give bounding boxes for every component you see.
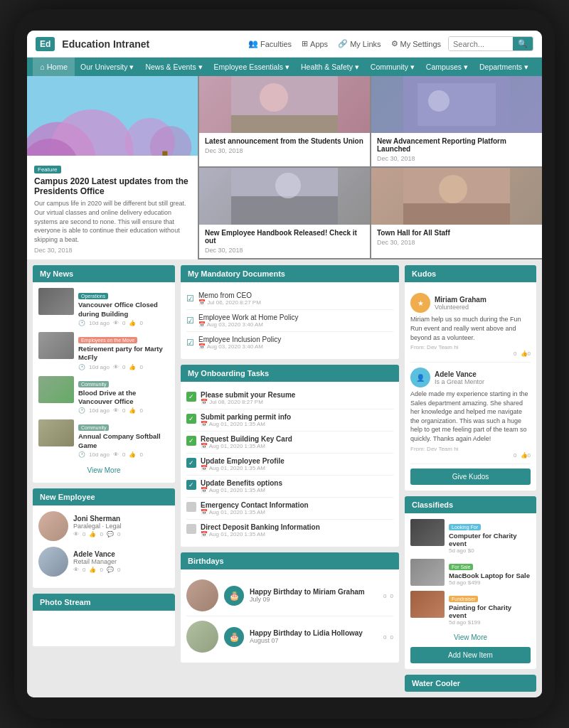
- classifieds-header: Classifieds: [405, 496, 536, 513]
- classifieds-view-more[interactable]: View More: [410, 631, 531, 644]
- news-events-nav[interactable]: News & Events ▾: [139, 58, 208, 76]
- classified-title-1: Computer for Charity event: [449, 532, 531, 547]
- left-column: My News Operations Vancouver Office Clos…: [33, 265, 175, 691]
- employee-name-2: Adele Vance: [73, 550, 169, 558]
- apps-nav[interactable]: ⊞ Apps: [302, 39, 328, 48]
- home-nav-item[interactable]: ⌂ Home: [33, 58, 75, 76]
- svg-point-22: [439, 175, 467, 203]
- kudos-avatar-1: ★: [410, 293, 430, 313]
- news-stats-3: 🕐 10d ago 👁 0 👍 0: [78, 407, 169, 414]
- employee-item-2[interactable]: Adele Vance Retail Manager 👁0👍0💬0: [38, 547, 169, 577]
- news-stats-4: 🕐 10d ago 👁 0 👍 0: [78, 451, 169, 458]
- departments-nav[interactable]: Departments ▾: [474, 58, 534, 76]
- community-nav[interactable]: Community ▾: [365, 58, 420, 76]
- classified-thumb-2: [410, 559, 445, 586]
- hero-card-1[interactable]: Latest announcement from the Students Un…: [199, 76, 370, 166]
- bday-item-2[interactable]: 🎂 Happy Birthday to Lidia Holloway Augus…: [186, 616, 393, 657]
- hero-main-content: Feature Campus 2020 Latest updates from …: [27, 156, 198, 259]
- onboarding-body: ✓ Please submit your Resume 📅 Jul 08, 20…: [181, 382, 399, 547]
- employee-role-2: Retail Manager: [73, 558, 169, 565]
- classified-item-1[interactable]: Looking For Computer for Charity event 5…: [410, 519, 531, 554]
- svg-point-19: [275, 173, 301, 198]
- add-item-button[interactable]: Add New Item: [410, 647, 531, 663]
- news-thumb-1: [38, 288, 74, 315]
- hero-card-3[interactable]: New Employee Handbook Released! Check it…: [199, 168, 370, 258]
- task-item-7[interactable]: Direct Deposit Banking Information 📅 Aug…: [186, 520, 393, 541]
- employee-item-1[interactable]: Joni Sherman Paralegal · Legal 👁0👍0💬0: [38, 511, 169, 541]
- employee-avatar-1: [38, 511, 68, 541]
- hero-main-date: Dec 30, 2018: [34, 247, 191, 254]
- new-employee-body: Joni Sherman Paralegal · Legal 👁0👍0💬0 Ad…: [33, 505, 175, 588]
- health-safety-nav[interactable]: Health & Safety ▾: [295, 58, 365, 76]
- classified-badge-2: For Sale: [449, 564, 473, 570]
- kudos-from-1: From: Dev Team hi: [410, 344, 531, 350]
- news-thumb-4: [38, 419, 74, 446]
- classified-item-2[interactable]: For Sale MacBook Laptop for Sale 5d ago …: [410, 559, 531, 586]
- task-date-3: 📅 Aug 01, 2020 1:35 AM: [201, 443, 292, 449]
- doc-date-3: 📅 Aug 03, 2020 3:40 AM: [198, 343, 281, 350]
- task-check-2: ✓: [186, 414, 196, 424]
- kudos-avatar-2: 👤: [410, 368, 430, 387]
- search-button[interactable]: 🔍: [513, 37, 533, 50]
- doc-title-3: Employee Inclusion Policy: [198, 336, 281, 343]
- water-cooler-header: Water Cooler: [405, 675, 536, 692]
- news-item-2[interactable]: Employees on the Move Retirement party f…: [38, 332, 169, 370]
- news-cat-2: Employees on the Move: [78, 337, 137, 343]
- main-content: My News Operations Vancouver Office Clos…: [27, 259, 542, 697]
- news-item-1[interactable]: Operations Vancouver Office Closed durin…: [38, 288, 169, 326]
- search-input[interactable]: [449, 37, 513, 50]
- doc-title-1: Memo from CEO: [198, 291, 261, 299]
- classified-item-3[interactable]: Fundraiser Painting for Charity event 5d…: [410, 591, 531, 626]
- kudos-role-1: Volunteered: [435, 304, 486, 311]
- doc-item-1[interactable]: ☑ Memo from CEO 📅 Jul 06, 2020 8:27 PM: [186, 288, 393, 310]
- water-cooler-widget: Water Cooler: [405, 675, 536, 692]
- task-date-1: 📅 Jul 08, 2020 8:27 PM: [201, 399, 295, 405]
- task-title-5: Update Benefits options: [201, 479, 282, 487]
- bday-item-1[interactable]: 🎂 Happy Birthday to Miriam Graham July 0…: [186, 575, 393, 616]
- news-item-3[interactable]: Community Blood Drive at the Vancouver O…: [38, 376, 169, 414]
- news-meta-2: Employees on the Move Retirement party f…: [78, 332, 169, 370]
- task-info-5: Update Benefits options 📅 Aug 01, 2020 1…: [201, 479, 282, 493]
- task-info-2: Submit parking permit info 📅 Aug 01, 202…: [201, 413, 291, 427]
- doc-item-2[interactable]: ☑ Employee Work at Home Policy 📅 Aug 03,…: [186, 310, 393, 332]
- give-kudos-button[interactable]: Give Kudos: [410, 469, 531, 485]
- faculties-nav[interactable]: 👥 Faculties: [248, 39, 292, 48]
- home-icon: ⌂: [40, 63, 45, 71]
- task-item-5[interactable]: ✓ Update Benefits options 📅 Aug 01, 2020…: [186, 476, 393, 498]
- classified-stats-1: 5d ago $0: [449, 547, 531, 554]
- news-view-more[interactable]: View More: [38, 464, 169, 477]
- birthdays-widget: Birthdays 🎂 Happy Birthday to Miriam Gra…: [181, 552, 399, 663]
- mylinks-nav[interactable]: 🔗 My Links: [338, 39, 381, 48]
- task-item-4[interactable]: ✓ Update Employee Profile 📅 Aug 01, 2020…: [186, 454, 393, 476]
- task-item-1[interactable]: ✓ Please submit your Resume 📅 Jul 08, 20…: [186, 387, 393, 410]
- kudos-header: Kudos: [405, 265, 536, 282]
- hero-card-4-image: [371, 168, 542, 225]
- kudos-stats-1: 0👍0: [410, 350, 531, 357]
- hero-card-2-image: [371, 76, 542, 133]
- photo-stream-header: Photo Stream: [33, 594, 175, 611]
- site-title: Education Intranet: [62, 38, 241, 50]
- bday-date-1: July 09: [250, 596, 365, 603]
- employee-info-2: Adele Vance Retail Manager 👁0👍0💬0: [73, 550, 169, 573]
- campuses-nav[interactable]: Campuses ▾: [420, 58, 474, 76]
- kudos-stats-2: 0👍0: [410, 452, 531, 459]
- doc-info-3: Employee Inclusion Policy 📅 Aug 03, 2020…: [198, 336, 281, 350]
- task-title-6: Emergency Contact Information: [201, 501, 309, 509]
- employee-essentials-nav[interactable]: Employee Essentials ▾: [208, 58, 295, 76]
- doc-item-3[interactable]: ☑ Employee Inclusion Policy 📅 Aug 03, 20…: [186, 332, 393, 353]
- our-university-nav[interactable]: Our University ▾: [75, 58, 139, 76]
- task-item-6[interactable]: Emergency Contact Information 📅 Aug 01, …: [186, 498, 393, 520]
- settings-nav[interactable]: ⚙ My Settings: [391, 39, 441, 48]
- task-item-3[interactable]: ✓ Request Building Key Card 📅 Aug 01, 20…: [186, 432, 393, 454]
- clock-icon-1: 🕐: [78, 320, 85, 326]
- hero-card-4[interactable]: Town Hall for All Staff Dec 30, 2018: [371, 168, 542, 258]
- hero-card-4-content: Town Hall for All Staff Dec 30, 2018: [371, 225, 542, 250]
- task-item-2[interactable]: ✓ Submit parking permit info 📅 Aug 01, 2…: [186, 410, 393, 432]
- hero-card-4-title: Town Hall for All Staff: [377, 229, 536, 237]
- hero-card-2[interactable]: New Advancement Reporting Platform Launc…: [371, 76, 542, 166]
- news-item-4[interactable]: Community Annual Company Softball Game 🕐…: [38, 419, 169, 458]
- hero-main[interactable]: Feature Campus 2020 Latest updates from …: [27, 76, 198, 259]
- photo-stream-body: [33, 611, 175, 646]
- kudos-person-1: Miriam Graham Volunteered: [435, 296, 486, 311]
- mandatory-docs-body: ☑ Memo from CEO 📅 Jul 06, 2020 8:27 PM ☑…: [181, 282, 399, 359]
